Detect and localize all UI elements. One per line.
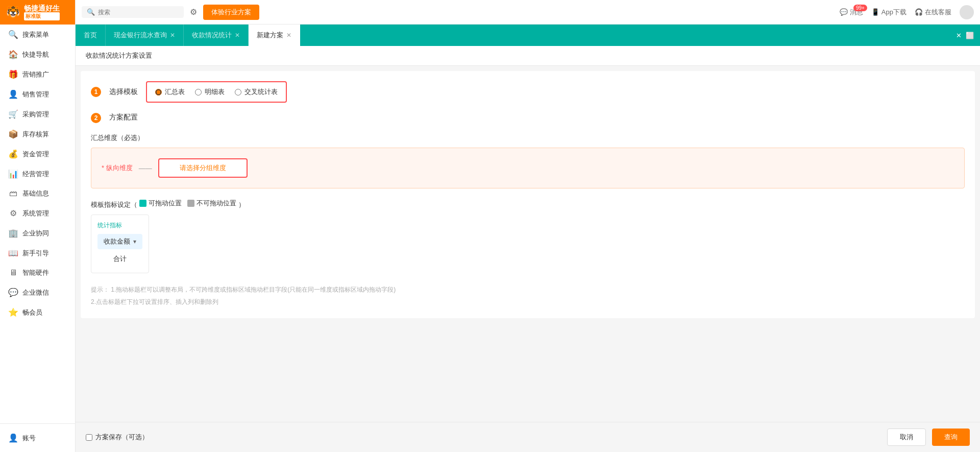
footer: 方案保存（可选） 取消 查询: [76, 422, 980, 452]
indicator-section: 模板指标设定（ 可拖动位置 不可拖动位置 ） 统计指标: [91, 199, 965, 273]
sidebar-label-quick-nav: 快捷导航: [22, 50, 49, 59]
sidebar-label-search-menu: 搜索菜单: [22, 30, 49, 39]
sidebar-item-finance[interactable]: 💰资金管理: [0, 144, 75, 164]
dimension-placeholder[interactable]: 请选择分组维度: [158, 158, 248, 178]
dimension-section: 汇总维度（必选） * 纵向维度 —— 请选择分组维度: [91, 133, 965, 188]
tab-close-cash-bank[interactable]: ✕: [170, 32, 175, 39]
tab-label-home: 首页: [84, 31, 97, 40]
sidebar: 🐯 畅捷通好生 标准版 🔍搜索菜单🏠快捷导航🎁营销推广👤销售管理🛒采购管理📦库存…: [0, 0, 76, 452]
search-input[interactable]: [98, 9, 169, 16]
vertical-label: * 纵向维度: [102, 163, 133, 173]
cancel-button[interactable]: 取消: [887, 429, 926, 446]
topbar-search-box[interactable]: 🔍: [82, 6, 184, 18]
step2-label: 方案配置: [109, 113, 138, 122]
page-title: 收款情况统计方案设置: [76, 46, 980, 66]
tabs-bar: 首页现金银行流水查询✕收款情况统计✕新建方案✕ ✕ ⬜: [76, 25, 980, 46]
member-icon: ⭐: [8, 307, 18, 317]
download-icon: 📱: [871, 8, 879, 16]
basic-info-icon: 🗃: [8, 189, 18, 198]
close-window-icon[interactable]: ✕: [956, 32, 962, 39]
step2-row: 2 方案配置: [91, 113, 965, 123]
radio-group-template: 汇总表 明细表 交叉统计表: [155, 87, 278, 97]
sidebar-item-hardware[interactable]: 🖥智能硬件: [0, 263, 75, 282]
sidebar-item-basic-info[interactable]: 🗃基础信息: [0, 184, 75, 203]
indicator-total: 合计: [97, 251, 142, 267]
radio-cross-label: 交叉统计表: [244, 87, 278, 97]
sidebar-item-quick-nav[interactable]: 🏠快捷导航: [0, 44, 75, 64]
indicator-card-label: 收款金额: [104, 237, 130, 246]
tab-close-new-plan[interactable]: ✕: [286, 32, 291, 39]
sidebar-logo: 🐯 畅捷通好生 标准版: [0, 0, 75, 25]
indicator-card-area: 统计指标 收款金额 ▾ 合计: [91, 215, 149, 273]
tabs-actions: ✕ ⬜: [950, 32, 980, 39]
notification-btn[interactable]: 💬 消息 99+: [840, 8, 863, 17]
inventory-icon: 📦: [8, 129, 18, 139]
topbar: 🔍 ⚙ 体验行业方案 💬 消息 99+ 📱 App下载 🎧 在线客服: [76, 0, 980, 25]
sidebar-label-basic-info: 基础信息: [22, 189, 49, 198]
sidebar-item-sales[interactable]: 👤销售管理: [0, 84, 75, 104]
sales-icon: 👤: [8, 89, 18, 99]
avatar[interactable]: [960, 5, 974, 19]
message-icon: 💬: [840, 8, 848, 16]
gear-icon[interactable]: ⚙: [190, 7, 197, 17]
hint-2: 2.点击标题栏下拉可设置排序、插入列和删除列: [91, 296, 965, 308]
maximize-icon[interactable]: ⬜: [966, 32, 974, 39]
quick-nav-icon: 🏠: [8, 50, 18, 59]
dimension-box: * 纵向维度 —— 请选择分组维度: [91, 148, 965, 188]
dimension-arrow: ——: [139, 164, 152, 172]
step1-badge: 1: [91, 87, 101, 97]
weixin-icon: 💬: [8, 288, 18, 297]
form-section: 1 选择模板 汇总表 明细表 交叉统计表: [81, 71, 975, 318]
sidebar-label-sales: 销售管理: [22, 90, 49, 99]
sidebar-item-enterprise[interactable]: 🏢企业协同: [0, 223, 75, 243]
enterprise-icon: 🏢: [8, 228, 18, 238]
query-button[interactable]: 查询: [932, 429, 970, 446]
sidebar-item-operations[interactable]: 📊经营管理: [0, 164, 75, 184]
config-section: 汇总维度（必选） * 纵向维度 —— 请选择分组维度 模板指标设定（: [91, 133, 965, 308]
hint-1: 提示： 1.拖动标题栏可以调整布局，不可跨维度或指标区域拖动栏目字段(只能在同一…: [91, 283, 965, 296]
system-icon: ⚙: [8, 208, 18, 218]
sidebar-item-marketing[interactable]: 🎁营销推广: [0, 64, 75, 84]
logo-badge: 标准版: [24, 12, 60, 20]
footer-actions: 取消 查询: [887, 429, 970, 446]
purchase-icon: 🛒: [8, 109, 18, 119]
sidebar-label-finance: 资金管理: [22, 150, 49, 159]
tab-label-new-plan: 新建方案: [257, 31, 283, 40]
sidebar-item-purchase[interactable]: 🛒采购管理: [0, 104, 75, 124]
tab-new-plan[interactable]: 新建方案✕: [249, 25, 300, 46]
download-btn[interactable]: 📱 App下载: [871, 8, 906, 17]
logo-text: 畅捷通好生: [24, 4, 60, 13]
radio-summary[interactable]: 汇总表: [155, 87, 185, 97]
sidebar-item-weixin[interactable]: 💬企业微信: [0, 282, 75, 302]
footer-save: 方案保存（可选）: [86, 433, 149, 442]
tab-home[interactable]: 首页: [76, 25, 106, 46]
service-btn[interactable]: 🎧 在线客服: [915, 8, 951, 17]
sidebar-label-system: 系统管理: [22, 209, 49, 218]
operations-icon: 📊: [8, 169, 18, 179]
hints-area: 提示： 1.拖动标题栏可以调整布局，不可跨维度或指标区域拖动栏目字段(只能在同一…: [91, 283, 965, 308]
search-menu-icon: 🔍: [8, 30, 18, 39]
person-icon: 👤: [8, 433, 18, 443]
radio-cross[interactable]: 交叉统计表: [235, 87, 278, 97]
radio-detail-label: 明细表: [205, 87, 225, 97]
sidebar-item-beginner[interactable]: 📖新手引导: [0, 243, 75, 263]
sidebar-label-weixin: 企业微信: [22, 288, 49, 297]
hardware-icon: 🖥: [8, 268, 18, 277]
sidebar-label-operations: 经营管理: [22, 170, 49, 179]
radio-detail[interactable]: 明细表: [195, 87, 225, 97]
step1-row: 1 选择模板 汇总表 明细表 交叉统计表: [91, 81, 965, 103]
save-checkbox[interactable]: [86, 434, 92, 441]
sidebar-label-marketing: 营销推广: [22, 70, 49, 79]
sidebar-label-beginner: 新手引导: [22, 249, 49, 258]
sidebar-item-inventory[interactable]: 📦库存核算: [0, 124, 75, 144]
indicator-card[interactable]: 收款金额 ▾: [97, 234, 142, 249]
sidebar-item-member[interactable]: ⭐畅会员: [0, 302, 75, 322]
tab-cash-bank[interactable]: 现金银行流水查询✕: [106, 25, 184, 46]
sidebar-item-system[interactable]: ⚙系统管理: [0, 203, 75, 223]
tab-collection-stat[interactable]: 收款情况统计✕: [184, 25, 249, 46]
sidebar-item-bottom1[interactable]: 👤 账号: [0, 428, 75, 448]
tab-close-collection-stat[interactable]: ✕: [235, 32, 240, 39]
industry-btn[interactable]: 体验行业方案: [203, 5, 259, 20]
download-label: App下载: [881, 8, 906, 17]
sidebar-item-search-menu[interactable]: 🔍搜索菜单: [0, 25, 75, 44]
